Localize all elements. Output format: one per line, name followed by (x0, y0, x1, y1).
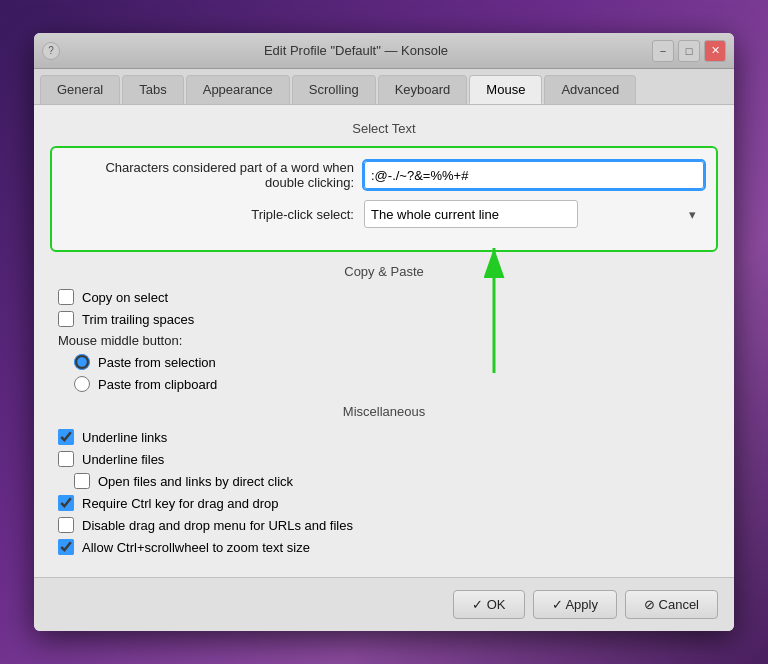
apply-button[interactable]: ✓ Apply (533, 590, 617, 619)
paste-clipboard-row: Paste from clipboard (50, 376, 718, 392)
triple-click-label: Triple-click select: (64, 207, 364, 222)
paste-selection-label: Paste from selection (98, 355, 216, 370)
paste-clipboard-label: Paste from clipboard (98, 377, 217, 392)
tab-advanced[interactable]: Advanced (544, 75, 636, 104)
paste-selection-row: Paste from selection (50, 354, 718, 370)
titlebar: ? Edit Profile "Default" — Konsole − □ ✕ (34, 33, 734, 69)
tab-appearance[interactable]: Appearance (186, 75, 290, 104)
main-dialog: ? Edit Profile "Default" — Konsole − □ ✕… (34, 33, 734, 631)
underline-links-label: Underline links (82, 430, 167, 445)
underline-links-row: Underline links (50, 429, 718, 445)
allow-ctrl-scroll-label: Allow Ctrl+scrollwheel to zoom text size (82, 540, 310, 555)
underline-files-checkbox[interactable] (58, 451, 74, 467)
allow-ctrl-scroll-row: Allow Ctrl+scrollwheel to zoom text size (50, 539, 718, 555)
ok-label: ✓ OK (472, 597, 505, 612)
underline-links-checkbox[interactable] (58, 429, 74, 445)
open-files-label: Open files and links by direct click (98, 474, 293, 489)
paste-selection-radio[interactable] (74, 354, 90, 370)
trim-trailing-label: Trim trailing spaces (82, 312, 194, 327)
ok-button[interactable]: ✓ OK (453, 590, 524, 619)
paste-clipboard-radio[interactable] (74, 376, 90, 392)
titlebar-controls: − □ ✕ (652, 40, 726, 62)
copy-paste-section: Copy & Paste Copy on select Trim trailin… (50, 264, 718, 392)
tab-mouse[interactable]: Mouse (469, 75, 542, 104)
tab-scrolling[interactable]: Scrolling (292, 75, 376, 104)
underline-files-label: Underline files (82, 452, 164, 467)
cancel-button[interactable]: ⊘ Cancel (625, 590, 718, 619)
dialog-footer: ✓ OK ✓ Apply ⊘ Cancel (34, 577, 734, 631)
dialog-content: Select Text Characters considered part o… (34, 105, 734, 577)
tab-general[interactable]: General (40, 75, 120, 104)
disable-drag-label: Disable drag and drop menu for URLs and … (82, 518, 353, 533)
char-label: Characters considered part of a word whe… (64, 160, 364, 190)
apply-label: ✓ Apply (552, 597, 598, 612)
misc-header: Miscellaneous (50, 404, 718, 419)
underline-files-row: Underline files (50, 451, 718, 467)
copy-on-select-checkbox[interactable] (58, 289, 74, 305)
maximize-button[interactable]: □ (678, 40, 700, 62)
tab-keyboard[interactable]: Keyboard (378, 75, 468, 104)
open-files-row: Open files and links by direct click (50, 473, 718, 489)
triple-click-select-wrapper: The whole current line From mouse positi… (364, 200, 704, 228)
window-title: Edit Profile "Default" — Konsole (60, 43, 652, 58)
require-ctrl-label: Require Ctrl key for drag and drop (82, 496, 279, 511)
disable-drag-row: Disable drag and drop menu for URLs and … (50, 517, 718, 533)
close-button[interactable]: ✕ (704, 40, 726, 62)
tab-bar: General Tabs Appearance Scrolling Keyboa… (34, 69, 734, 105)
copy-paste-header: Copy & Paste (50, 264, 718, 279)
open-files-checkbox[interactable] (74, 473, 90, 489)
trim-trailing-row: Trim trailing spaces (50, 311, 718, 327)
require-ctrl-checkbox[interactable] (58, 495, 74, 511)
misc-section: Miscellaneous Underline links Underline … (50, 404, 718, 555)
select-text-header: Select Text (50, 121, 718, 136)
cancel-label: ⊘ Cancel (644, 597, 699, 612)
disable-drag-checkbox[interactable] (58, 517, 74, 533)
middle-button-label: Mouse middle button: (50, 333, 718, 348)
trim-trailing-checkbox[interactable] (58, 311, 74, 327)
select-text-box: Characters considered part of a word whe… (50, 146, 718, 252)
help-button[interactable]: ? (42, 42, 60, 60)
triple-click-select[interactable]: The whole current line From mouse positi… (364, 200, 578, 228)
titlebar-left: ? (42, 42, 60, 60)
copy-on-select-row: Copy on select (50, 289, 718, 305)
allow-ctrl-scroll-checkbox[interactable] (58, 539, 74, 555)
copy-on-select-label: Copy on select (82, 290, 168, 305)
tab-tabs[interactable]: Tabs (122, 75, 183, 104)
triple-click-row: Triple-click select: The whole current l… (64, 200, 704, 228)
minimize-button[interactable]: − (652, 40, 674, 62)
require-ctrl-row: Require Ctrl key for drag and drop (50, 495, 718, 511)
char-field-row: Characters considered part of a word whe… (64, 160, 704, 190)
char-input[interactable] (364, 161, 704, 189)
